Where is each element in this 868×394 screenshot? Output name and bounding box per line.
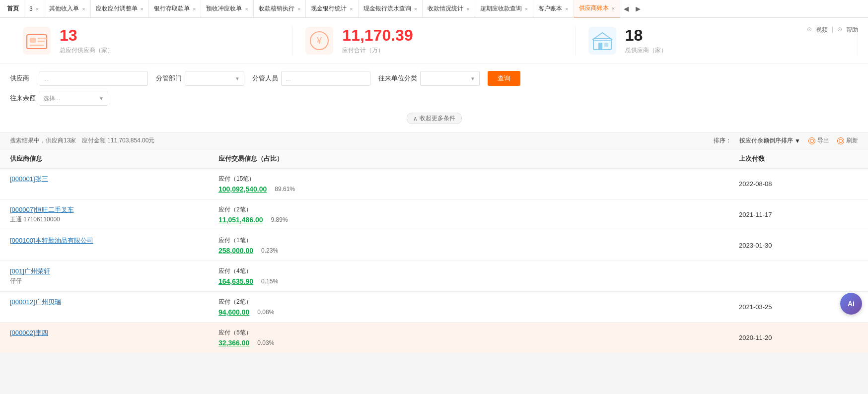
- stat-card-payable-suppliers: 13 总应付供应商（家）: [10, 26, 292, 56]
- filter-row-1: 供应商 ... 分管部门 ▼ 分管人员 ... 往来单位分类 ▼: [10, 71, 858, 86]
- dept-select[interactable]: ▼: [185, 71, 244, 86]
- svg-rect-11: [598, 43, 602, 50]
- nav-tab-prepay-ar[interactable]: 预收冲应收单 ×: [201, 0, 253, 18]
- chevron-up-icon: ∧: [413, 115, 418, 122]
- refresh-button[interactable]: 刷新: [837, 136, 858, 145]
- nav-ar-ap-label: 应收应付调整单: [96, 4, 138, 13]
- close-icon[interactable]: ×: [414, 6, 417, 12]
- trans-percent-1: 89.61%: [275, 186, 295, 193]
- nav-tab-customer-book[interactable]: 客户账本 ×: [533, 0, 574, 18]
- transaction-info-6: 应付（5笔） 32,366.00 0.03%: [218, 328, 739, 347]
- close-icon[interactable]: ×: [565, 6, 568, 12]
- stat-info-total-suppliers: 18 总供应商（家）: [625, 27, 667, 55]
- nav-tab-home[interactable]: 首页: [2, 0, 24, 18]
- lastpay-6: 2020-11-20: [739, 328, 858, 347]
- supplier-name-1[interactable]: [000001]张三: [10, 175, 218, 184]
- nav-tab-bank-deposit[interactable]: 银行存取款单 ×: [149, 0, 201, 18]
- trans-amount-2[interactable]: 11,051,486.00: [218, 216, 263, 224]
- table-row: [000100]本特勤油品有限公司 应付（1笔） 258,000.00 0.23…: [0, 230, 868, 261]
- stat-number-payable-suppliers: 13: [60, 27, 113, 44]
- supplier-contact-2: 王通 17106110000: [10, 215, 218, 224]
- help-link[interactable]: 帮助: [846, 26, 858, 34]
- lastpay-1: 2022-08-08: [739, 175, 858, 193]
- trans-percent-5: 0.08%: [257, 309, 274, 316]
- trans-percent-2: 9.89%: [271, 216, 288, 223]
- export-button[interactable]: 导出: [808, 136, 829, 145]
- trans-label-1: 应付（15笔）: [218, 175, 255, 183]
- table-row: [000001]张三 应付（15笔） 100,092,540.00 89.61%…: [0, 169, 868, 199]
- supplier-name-6[interactable]: [000002]李四: [10, 328, 218, 337]
- nav-tab-overdue-ar[interactable]: 超期应收款查询 ×: [475, 0, 533, 18]
- query-button[interactable]: 查询: [488, 71, 520, 86]
- ai-button[interactable]: Ai: [840, 293, 862, 315]
- stat-card-payable-amount: ¥ 11,170.39 应付合计（万）: [292, 26, 575, 56]
- supplier-info-3: [000100]本特勤油品有限公司: [10, 236, 218, 255]
- result-text-prefix: 搜索结果中，供应商13家: [10, 137, 76, 144]
- supplier-input-dots: ...: [43, 75, 144, 82]
- chevron-down-icon: ▼: [795, 137, 800, 144]
- table-container: 供应商信息 应付交易信息（占比） 上次付数 [000001]张三 应付（15笔）…: [0, 149, 868, 353]
- chevron-down-icon: ▼: [470, 76, 475, 81]
- svg-point-15: [839, 139, 843, 142]
- supplier-name-2[interactable]: [000007]恒旺二手叉车: [10, 205, 218, 214]
- nav-prev-btn[interactable]: ◀: [620, 0, 632, 18]
- nav-next-btn[interactable]: ▶: [632, 0, 644, 18]
- balance-placeholder: 选择...: [43, 94, 99, 103]
- person-input[interactable]: ...: [281, 71, 370, 86]
- supplier-name-4[interactable]: [001]广州荣轩: [10, 267, 218, 276]
- nav-tab-receipt-stats[interactable]: 收款情况统计 ×: [423, 0, 475, 18]
- person-filter-label: 分管人员: [252, 74, 278, 83]
- trans-amount-4[interactable]: 164,635.90: [218, 277, 253, 285]
- supplier-info-5: [000012]广州贝瑞: [10, 298, 218, 316]
- table-row: [000012]广州贝瑞 应付（2笔） 94,600.00 0.08% 2021…: [0, 292, 868, 323]
- trans-percent-6: 0.03%: [257, 339, 274, 346]
- balance-select[interactable]: 选择... ▼: [39, 91, 108, 106]
- trans-amount-6[interactable]: 32,366.00: [218, 339, 249, 347]
- ai-btn-label: Ai: [848, 300, 855, 308]
- close-icon[interactable]: ×: [350, 6, 353, 12]
- amount-icon: ¥: [304, 26, 334, 56]
- supplier-name-5[interactable]: [000012]广州贝瑞: [10, 298, 218, 307]
- close-icon[interactable]: ×: [82, 6, 85, 12]
- transaction-info-1: 应付（15笔） 100,092,540.00 89.61%: [218, 175, 739, 193]
- supplier-info-6: [000002]李四: [10, 328, 218, 347]
- close-icon[interactable]: ×: [525, 6, 528, 12]
- close-icon[interactable]: ×: [141, 6, 144, 12]
- category-select[interactable]: ▼: [420, 71, 480, 86]
- nav-tab-ar-ap-adjust[interactable]: 应收应付调整单 ×: [91, 0, 149, 18]
- sort-select[interactable]: 按应付余额倒序排序 ▼: [739, 136, 800, 145]
- nav-home-label: 首页: [7, 4, 19, 13]
- lastpay-3: 2023-01-30: [739, 236, 858, 255]
- nav-tab-supplier-book[interactable]: 供应商账本 ×: [574, 0, 620, 18]
- trans-amount-1[interactable]: 100,092,540.00: [218, 185, 267, 193]
- video-link[interactable]: 视频: [816, 26, 828, 34]
- nav-cash-bank-stats-label: 现金银行统计: [311, 4, 347, 13]
- category-filter-label: 往来单位分类: [378, 74, 417, 83]
- close-icon[interactable]: ×: [36, 6, 39, 12]
- nav-tab-cash-bank-flow[interactable]: 现金银行流水查询 ×: [359, 0, 423, 18]
- nav-tab-receipt-verify[interactable]: 收款核销执行 ×: [254, 0, 306, 18]
- close-icon[interactable]: ×: [466, 6, 469, 12]
- trans-amount-5[interactable]: 94,600.00: [218, 308, 249, 316]
- result-amount-text: 应付金额 111,703,854.00元: [82, 137, 155, 144]
- close-icon[interactable]: ×: [193, 6, 196, 12]
- stats-row: 13 总应付供应商（家） ¥ 11,170.39 应付合计（万）: [0, 18, 868, 64]
- table-header-transaction: 应付交易信息（占比）: [218, 154, 739, 163]
- collapse-button[interactable]: ∧ 收起更多条件: [407, 113, 462, 124]
- nav-tab-3[interactable]: 3 ×: [24, 0, 44, 18]
- close-icon[interactable]: ×: [297, 6, 300, 12]
- close-icon[interactable]: ×: [612, 5, 615, 11]
- trans-amount-3[interactable]: 258,000.00: [218, 247, 253, 255]
- nav-tab-cash-bank-stats[interactable]: 现金银行统计 ×: [306, 0, 358, 18]
- nav-tab-other-income[interactable]: 其他收入单 ×: [44, 0, 90, 18]
- transaction-info-5: 应付（2笔） 94,600.00 0.08%: [218, 298, 739, 316]
- supplier-input[interactable]: ...: [39, 71, 148, 86]
- trans-label-5: 应付（2笔）: [218, 298, 252, 306]
- nav-supplier-book-label: 供应商账本: [579, 4, 609, 12]
- filter-balance: 往来余额 选择... ▼: [10, 91, 108, 106]
- supplier-name-3[interactable]: [000100]本特勤油品有限公司: [10, 236, 218, 245]
- filter-category: 往来单位分类 ▼: [378, 71, 480, 86]
- close-icon[interactable]: ×: [245, 6, 248, 12]
- stat-label-payable-amount: 应付合计（万）: [342, 46, 413, 55]
- supplier-filter-label: 供应商: [10, 74, 36, 83]
